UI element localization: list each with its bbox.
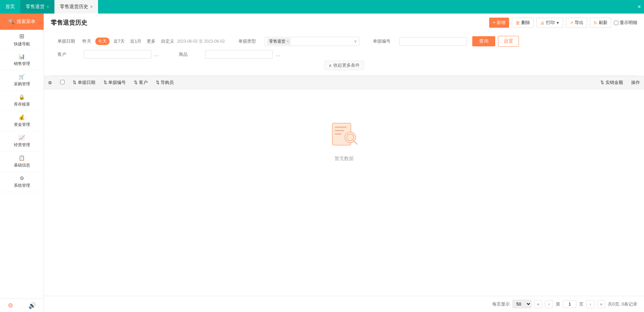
select-all-checkbox[interactable] bbox=[60, 80, 65, 84]
gear-icon[interactable]: ⚙ bbox=[48, 80, 52, 85]
sidebar-item-label: 库存核算 bbox=[14, 102, 30, 107]
tab-retail-return-label: 零售退货 bbox=[26, 4, 45, 10]
page-label: 第 bbox=[556, 301, 560, 307]
refresh-button[interactable]: ↻ 刷新 bbox=[590, 18, 611, 28]
voucher-type-input[interactable]: 零售退货 × ∨ bbox=[265, 37, 359, 46]
refresh-icon: ↻ bbox=[594, 20, 597, 25]
goods-placeholder: ... bbox=[276, 51, 280, 58]
show-detail-checkbox-label[interactable]: 显示明细 bbox=[614, 20, 637, 26]
new-button[interactable]: + 新增 bbox=[489, 18, 509, 28]
window-close-button[interactable]: × bbox=[635, 2, 644, 12]
sidebar-item-label: 快捷导航 bbox=[14, 41, 30, 47]
table-container: ⚙ ⇅ 单据日期 ⇅ 单据编号 bbox=[44, 76, 644, 296]
voucher-type-tag-label: 零售退货 bbox=[269, 39, 285, 44]
query-button[interactable]: 查询 bbox=[472, 36, 495, 46]
show-detail-label: 显示明细 bbox=[620, 20, 637, 26]
print-button[interactable]: 🖨 打印 ▼ bbox=[536, 18, 563, 28]
sidebar-item-inventory[interactable]: 🔒 库存核算 bbox=[0, 91, 44, 111]
th-amount-label: ⇅ 实销金额 bbox=[600, 80, 623, 85]
sidebar-item-sales-mgmt[interactable]: 📊 销售管理 bbox=[0, 50, 44, 70]
prev-page-button[interactable]: ‹ bbox=[545, 300, 553, 308]
sidebar-item-purchase-mgmt[interactable]: 🛒 采购管理 bbox=[0, 70, 44, 91]
empty-state: 暂无数据 bbox=[44, 89, 644, 189]
operations-icon: 📈 bbox=[19, 135, 25, 141]
filter-area: 单据日期 昨天 今天 近7天 近1月 更多 自定义 2023-06-02 至 2… bbox=[51, 32, 637, 76]
sidebar-item-base-info[interactable]: 📋 基础信息 bbox=[0, 152, 44, 172]
page-title: 零售退货历史 bbox=[51, 19, 87, 27]
customer-input[interactable] bbox=[84, 50, 151, 59]
settings-icon[interactable]: ⚙ bbox=[8, 302, 13, 309]
th-settings[interactable]: ⚙ bbox=[44, 76, 56, 89]
content-area: 零售退货历史 + 新增 🗑 删除 🖨 打印 ▼ ↗ bbox=[44, 14, 644, 312]
sidebar-item-label: 销售管理 bbox=[14, 61, 30, 67]
search-menu-button[interactable]: 🔍 搜索菜单 bbox=[0, 14, 44, 30]
pagination-bar: 每页显示 20 50 100 « ‹ 第 页 › » 共0页, 0条记录 bbox=[44, 296, 644, 312]
sidebar: 🔍 搜索菜单 ⊞ 快捷导航 📊 销售管理 🛒 采购管理 🔒 库存核算 💰 bbox=[0, 14, 44, 312]
voucher-type-tag-close[interactable]: × bbox=[287, 39, 289, 43]
empty-icon bbox=[327, 116, 361, 150]
system-icon: ⚙ bbox=[20, 175, 24, 181]
delete-button[interactable]: 🗑 删除 bbox=[512, 18, 534, 28]
first-page-button[interactable]: « bbox=[534, 300, 542, 308]
voucher-no-label: 单据编号 bbox=[373, 38, 397, 44]
finance-icon: 💰 bbox=[19, 114, 25, 120]
tab-retail-return-history[interactable]: 零售退货历史 × bbox=[54, 0, 98, 14]
voucher-no-input[interactable] bbox=[399, 37, 467, 46]
top-bar: 首页 零售退货 × 零售退货历史 × × bbox=[0, 0, 644, 14]
sidebar-item-label: 资金管理 bbox=[14, 122, 30, 128]
goods-input[interactable] bbox=[205, 50, 273, 59]
date-option-custom[interactable]: 自定义 bbox=[160, 38, 175, 45]
delete-button-label: 删除 bbox=[521, 20, 530, 26]
th-guide-label: ⇅ 导购员 bbox=[156, 80, 174, 85]
delete-icon: 🗑 bbox=[516, 20, 520, 25]
voucher-type-dropdown-arrow[interactable]: ∨ bbox=[354, 39, 357, 44]
tab-retail-return[interactable]: 零售退货 × bbox=[20, 0, 54, 14]
page-number-input[interactable] bbox=[563, 300, 576, 308]
sidebar-item-system-mgmt[interactable]: ⚙ 系统管理 bbox=[0, 172, 44, 192]
show-detail-checkbox[interactable] bbox=[614, 21, 618, 25]
date-option-more[interactable]: 更多 bbox=[145, 38, 157, 45]
sales-icon: 📊 bbox=[19, 53, 25, 60]
page-title-row: 零售退货历史 + 新增 🗑 删除 🖨 打印 ▼ ↗ bbox=[51, 18, 637, 28]
sidebar-item-quick-nav[interactable]: ⊞ 快捷导航 bbox=[0, 30, 44, 50]
table-header: ⚙ ⇅ 单据日期 ⇅ 单据编号 bbox=[44, 76, 644, 89]
th-guide[interactable]: ⇅ 导购员 bbox=[152, 76, 178, 89]
th-no-label: ⇅ 单据编号 bbox=[103, 80, 126, 85]
th-check[interactable] bbox=[56, 76, 69, 89]
search-menu-label: 搜索菜单 bbox=[17, 19, 35, 25]
tab-retail-return-close[interactable]: × bbox=[47, 4, 49, 9]
print-button-label: 打印 bbox=[546, 20, 555, 26]
th-amount[interactable]: ⇅ 实销金额 bbox=[596, 76, 627, 89]
audio-icon[interactable]: 🔊 bbox=[28, 302, 36, 309]
date-option-7days[interactable]: 近7天 bbox=[112, 38, 126, 45]
th-no[interactable]: ⇅ 单据编号 bbox=[99, 76, 130, 89]
sidebar-item-label: 采购管理 bbox=[14, 81, 30, 87]
date-option-today[interactable]: 今天 bbox=[95, 38, 110, 45]
export-icon: ↗ bbox=[570, 20, 573, 25]
new-button-label: + 新增 bbox=[493, 20, 505, 26]
date-range-display: 2023-06-02 至 2023-06-02 bbox=[177, 39, 224, 44]
filter-row-2: 客户 ... 商品 ... bbox=[57, 50, 630, 59]
svg-rect-1 bbox=[335, 127, 347, 128]
sidebar-item-label: 系统管理 bbox=[14, 183, 30, 188]
date-option-1month[interactable]: 近1月 bbox=[129, 38, 143, 45]
main-layout: 🔍 搜索菜单 ⊞ 快捷导航 📊 销售管理 🛒 采购管理 🔒 库存核算 💰 bbox=[0, 14, 644, 312]
sidebar-nav: ⊞ 快捷导航 📊 销售管理 🛒 采购管理 🔒 库存核算 💰 资金管理 📈 bbox=[0, 30, 44, 298]
tab-retail-return-history-close[interactable]: × bbox=[90, 4, 93, 9]
sidebar-item-operations[interactable]: 📈 经营管理 bbox=[0, 131, 44, 152]
collapse-filter-button[interactable]: ∧ 收起更多条件 bbox=[324, 61, 364, 70]
th-customer[interactable]: ⇅ 客户 bbox=[130, 76, 152, 89]
sidebar-item-finance[interactable]: 💰 资金管理 bbox=[0, 111, 44, 131]
tab-home[interactable]: 首页 bbox=[0, 0, 20, 14]
empty-text: 暂无数据 bbox=[335, 156, 354, 162]
next-page-button[interactable]: › bbox=[586, 300, 594, 308]
settings-filter-button[interactable]: 设置 bbox=[498, 36, 519, 47]
last-page-button[interactable]: » bbox=[597, 300, 605, 308]
voucher-type-tag: 零售退货 × bbox=[267, 38, 291, 45]
date-option-yesterday[interactable]: 昨天 bbox=[81, 38, 93, 45]
page-header: 零售退货历史 + 新增 🗑 删除 🖨 打印 ▼ ↗ bbox=[44, 14, 644, 76]
export-button[interactable]: ↗ 导出 bbox=[566, 18, 587, 28]
th-date[interactable]: ⇅ 单据日期 bbox=[69, 76, 99, 89]
per-page-select[interactable]: 20 50 100 bbox=[512, 300, 531, 308]
th-action: 操作 bbox=[627, 76, 644, 89]
